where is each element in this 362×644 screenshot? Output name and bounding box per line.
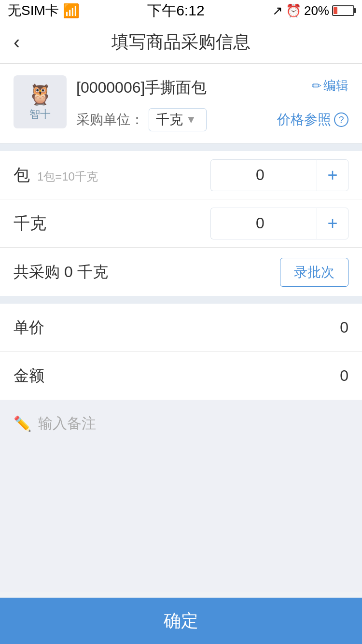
- remark-section[interactable]: ✏️ 输入备注: [0, 400, 362, 447]
- price-section: 单价 0 金额 0: [0, 304, 362, 400]
- status-time: 下午6:12: [147, 1, 204, 21]
- page-title: 填写商品采购信息: [111, 30, 251, 54]
- total-row: 共采购 0 千克 录批次: [0, 248, 362, 296]
- kg-input-right: +: [210, 208, 348, 239]
- unit-price-value: 0: [340, 319, 348, 336]
- kg-plus-button[interactable]: +: [317, 208, 348, 239]
- battery-text: 20%: [304, 3, 329, 18]
- total-text: 共采购 0 千克: [14, 262, 108, 283]
- edit-icon: ✏: [312, 79, 321, 93]
- amount-value: 0: [340, 367, 348, 385]
- bag-unit-hint: 1包=10千克: [37, 170, 98, 183]
- divider-2: [0, 296, 362, 304]
- brand-label: 智十: [29, 107, 51, 122]
- product-card: 🦉 智十 [0000006]手撕面包 ✏ 编辑 采购单位： 千克 ▼ 价格参照: [0, 64, 362, 143]
- battery-fill: [334, 7, 337, 14]
- product-header: [0000006]手撕面包 ✏ 编辑: [76, 77, 348, 98]
- bag-label: 包 1包=10千克: [14, 164, 210, 186]
- confirm-button[interactable]: 确定: [0, 598, 362, 644]
- amount-label: 金额: [14, 365, 44, 387]
- owl-icon: 🦉: [28, 83, 53, 106]
- dropdown-arrow-icon: ▼: [186, 113, 196, 126]
- kg-input-row: 千克 +: [0, 199, 362, 248]
- unit-label: 采购单位：: [76, 111, 144, 129]
- bag-input-row: 包 1包=10千克 +: [0, 151, 362, 199]
- record-batch-button[interactable]: 录批次: [280, 258, 348, 287]
- bag-input-right: +: [210, 159, 348, 191]
- product-unit-row: 采购单位： 千克 ▼ 价格参照 ?: [76, 108, 348, 131]
- status-right: ↗ ⏰ 20%: [272, 3, 354, 18]
- battery-icon: [332, 5, 354, 16]
- status-left: 无SIM卡 📶: [8, 1, 80, 20]
- kg-quantity-input[interactable]: [210, 208, 317, 239]
- bottom-space: [0, 447, 362, 592]
- wifi-icon: 📶: [63, 3, 80, 19]
- bag-quantity-input[interactable]: [210, 159, 317, 191]
- carrier-text: 无SIM卡: [8, 1, 59, 20]
- unit-price-label: 单价: [14, 317, 44, 338]
- input-section: 包 1包=10千克 + 千克 + 共采购 0 千克 录批次: [0, 151, 362, 296]
- pencil-icon: ✏️: [14, 415, 31, 432]
- product-thumbnail: 🦉 智十: [14, 75, 67, 128]
- divider-1: [0, 143, 362, 151]
- nav-bar: ‹ 填写商品采购信息: [0, 21, 362, 64]
- alarm-icon: ⏰: [286, 3, 301, 18]
- unit-price-row: 单价 0: [0, 304, 362, 352]
- product-name: [0000006]手撕面包: [76, 77, 207, 98]
- unit-dropdown[interactable]: 千克 ▼: [149, 108, 207, 131]
- amount-row: 金额 0: [0, 352, 362, 400]
- help-icon: ?: [334, 112, 348, 127]
- product-info: [0000006]手撕面包 ✏ 编辑 采购单位： 千克 ▼ 价格参照 ?: [76, 75, 348, 131]
- location-icon: ↗: [272, 3, 283, 18]
- unit-value: 千克: [156, 111, 183, 129]
- status-bar: 无SIM卡 📶 下午6:12 ↗ ⏰ 20%: [0, 0, 362, 21]
- bag-plus-button[interactable]: +: [317, 159, 348, 191]
- remark-placeholder: 输入备注: [38, 414, 96, 434]
- kg-label: 千克: [14, 212, 210, 235]
- back-button[interactable]: ‹: [14, 31, 20, 53]
- bag-unit-name: 包: [14, 166, 30, 184]
- kg-unit-name: 千克: [14, 214, 46, 232]
- edit-button[interactable]: ✏ 编辑: [312, 77, 348, 94]
- price-reference-button[interactable]: 价格参照 ?: [277, 111, 348, 129]
